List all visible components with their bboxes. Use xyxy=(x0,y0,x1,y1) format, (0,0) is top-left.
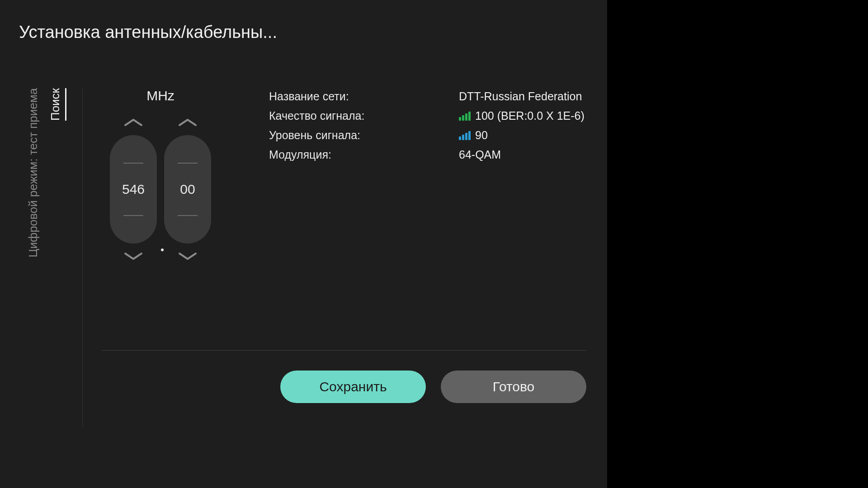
signal-quality-value: 100 (BER:0.0 X 1E-6) xyxy=(475,109,585,122)
action-buttons: Сохранить Готово xyxy=(280,371,586,403)
frequency-decimal-spinner: 00 xyxy=(164,117,211,262)
spinner-decimal-body[interactable]: 00 xyxy=(164,135,211,244)
chevron-up-icon[interactable] xyxy=(177,117,198,127)
save-button[interactable]: Сохранить xyxy=(280,371,426,403)
chevron-down-icon[interactable] xyxy=(177,252,198,262)
frequency-unit-label: MHz xyxy=(102,88,219,103)
signal-bars-icon xyxy=(459,131,471,140)
spinner-integer-body[interactable]: 546 xyxy=(110,135,157,244)
horizontal-divider xyxy=(102,350,586,351)
page-title: Установка антенных/кабельны... xyxy=(19,23,277,42)
modulation-value: 64-QAM xyxy=(459,148,501,161)
spinner-tick xyxy=(123,215,143,216)
signal-level-label: Уровень сигнала: xyxy=(269,129,459,142)
network-name-value: DTT-Russian Federation xyxy=(459,90,582,103)
signal-quality-label: Качество сигнала: xyxy=(269,109,459,122)
info-row-level: Уровень сигнала: 90 xyxy=(269,127,585,144)
sidebar-item-digital-test[interactable]: Цифровой режим: тест приема xyxy=(26,88,40,258)
info-row-network: Название сети: DTT-Russian Federation xyxy=(269,88,585,105)
info-row-quality: Качество сигнала: 100 (BER:0.0 X 1E-6) xyxy=(269,108,585,124)
signal-bars-icon xyxy=(459,112,471,121)
spinner-tick xyxy=(178,215,198,216)
spinner-tick xyxy=(178,163,198,164)
frequency-section: MHz 546 xyxy=(102,88,219,262)
sidebar: Поиск Цифровой режим: тест приема xyxy=(19,88,66,328)
sidebar-item-search[interactable]: Поиск xyxy=(48,88,66,121)
done-button[interactable]: Готово xyxy=(441,371,586,403)
frequency-spinners: 546 00 xyxy=(102,117,219,262)
signal-level-value: 90 xyxy=(475,129,488,142)
frequency-integer-value: 546 xyxy=(122,182,145,197)
modulation-label: Модуляция: xyxy=(269,148,459,161)
chevron-down-icon[interactable] xyxy=(123,252,144,262)
frequency-decimal-value: 00 xyxy=(180,182,195,197)
frequency-integer-spinner: 546 xyxy=(110,117,157,262)
spinner-tick xyxy=(123,163,143,164)
network-name-label: Название сети: xyxy=(269,90,459,103)
chevron-up-icon[interactable] xyxy=(123,117,144,127)
decimal-separator-icon xyxy=(161,249,164,251)
settings-panel: Установка антенных/кабельны... Поиск Циф… xyxy=(0,0,607,488)
sidebar-divider xyxy=(82,88,83,427)
signal-info: Название сети: DTT-Russian Federation Ка… xyxy=(269,88,585,166)
info-row-modulation: Модуляция: 64-QAM xyxy=(269,146,585,163)
